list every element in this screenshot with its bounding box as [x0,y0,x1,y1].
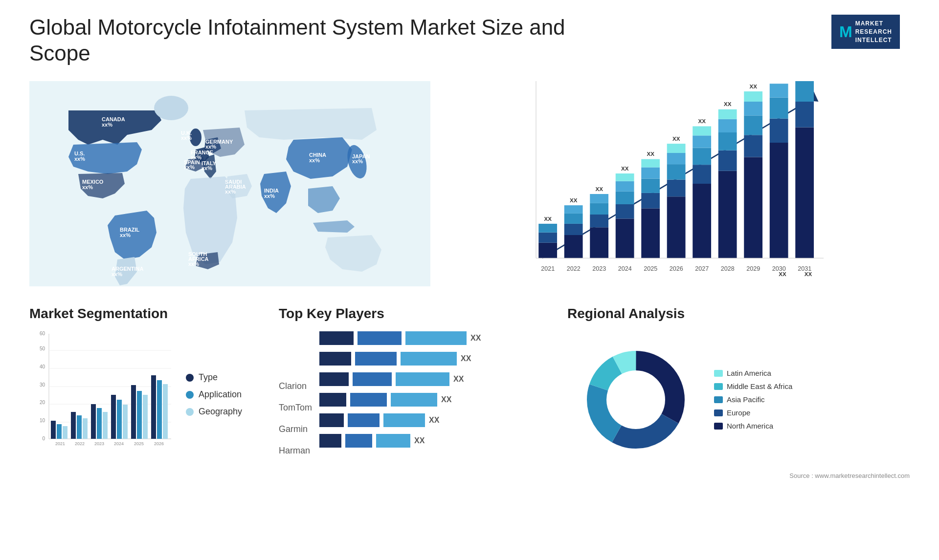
svg-rect-90 [744,157,762,258]
svg-rect-91 [744,135,762,157]
svg-rect-44 [564,223,583,235]
svg-rect-133 [97,408,102,439]
bottom-section: Market Segmentation 0 10 20 30 40 50 60 [29,306,910,479]
svg-text:30: 30 [40,382,45,388]
svg-rect-66 [641,159,660,167]
bar-xx-harman: XX [414,436,425,445]
regional-section: Regional Analysis [567,306,910,479]
type-label: Type [199,372,218,383]
svg-rect-73 [667,144,686,153]
page-container: Global Motorcycle Infotainment System Ma… [0,0,939,560]
application-dot [186,391,194,399]
svg-rect-94 [744,91,762,102]
mea-label: Middle East & Africa [727,382,792,390]
svg-rect-49 [590,227,608,258]
svg-text:xx%: xx% [181,135,192,141]
svg-text:XX: XX [544,215,552,221]
segmentation-title: Market Segmentation [29,306,264,322]
north-america-color [714,423,723,430]
svg-text:XX: XX [621,165,629,171]
svg-text:xx%: xx% [188,261,199,267]
svg-rect-50 [590,215,608,227]
bar-xx-clarion: XX [453,375,464,384]
svg-text:2025: 2025 [134,441,144,446]
svg-rect-45 [564,213,583,223]
donut-container: Latin America Middle East & Africa Asia … [567,331,910,468]
svg-rect-77 [693,165,711,184]
svg-rect-38 [538,242,557,258]
player-garmin: Garmin [279,422,312,437]
svg-text:xx%: xx% [120,232,131,238]
svg-rect-85 [718,132,737,151]
svg-rect-64 [641,178,660,193]
logo-text: MARKET RESEARCH INTELLECT [855,20,892,44]
svg-rect-92 [744,115,762,135]
key-players-section: Top Key Players Clarion TomTom Garmin Ha… [279,306,553,458]
svg-rect-51 [590,203,608,214]
europe-label: Europe [727,409,750,417]
svg-text:40: 40 [40,364,45,369]
svg-text:2021: 2021 [541,265,555,272]
svg-rect-144 [151,375,156,439]
svg-rect-69 [667,196,686,258]
svg-rect-76 [693,184,711,258]
svg-text:2022: 2022 [567,265,581,272]
asia-pacific-color [714,396,723,403]
svg-rect-136 [111,395,116,439]
bar-chart-area: XX 2021 XX 2022 XX 2023 [450,81,910,286]
players-title: Top Key Players [279,306,553,322]
svg-rect-130 [83,418,88,439]
svg-text:10: 10 [40,418,45,423]
svg-rect-65 [641,167,660,178]
top-section: CANADA xx% U.S. xx% MEXICO xx% BRAZIL xx… [29,81,910,286]
svg-text:xx%: xx% [352,158,363,164]
svg-rect-104 [795,102,814,128]
svg-rect-40 [538,223,557,232]
svg-rect-46 [564,205,583,214]
svg-text:2027: 2027 [695,265,709,272]
svg-rect-138 [123,405,128,439]
donut-chart-svg [567,331,704,468]
logo-box: M MARKET RESEARCH INTELLECT [831,15,900,49]
svg-text:xx%: xx% [201,165,212,171]
svg-rect-86 [718,119,737,132]
svg-rect-132 [91,404,96,439]
svg-rect-140 [131,385,136,439]
type-dot [186,374,194,382]
header: Global Motorcycle Infotainment System Ma… [29,15,910,66]
svg-text:2025: 2025 [644,265,657,272]
europe-color [714,409,723,416]
svg-text:xx%: xx% [184,164,195,170]
svg-point-1 [154,96,188,120]
svg-rect-43 [564,235,583,258]
svg-rect-99 [770,97,788,118]
legend-type: Type [186,372,242,383]
world-map: CANADA xx% U.S. xx% MEXICO xx% BRAZIL xx… [29,81,430,286]
svg-text:XX: XX [724,101,732,107]
svg-rect-71 [667,164,686,180]
svg-text:xx%: xx% [309,157,320,163]
svg-text:xx%: xx% [112,271,122,277]
svg-text:XX: XX [805,271,812,277]
svg-rect-134 [103,412,108,439]
svg-text:XX: XX [647,151,654,157]
svg-text:2026: 2026 [670,265,683,272]
svg-rect-98 [770,118,788,142]
svg-rect-52 [590,194,608,203]
svg-rect-93 [744,102,762,115]
svg-text:20: 20 [40,400,45,405]
svg-rect-57 [616,191,634,204]
legend-europe: Europe [714,409,792,417]
segmentation-section: Market Segmentation 0 10 20 30 40 50 60 [29,306,264,458]
svg-rect-100 [770,84,788,97]
geography-label: Geography [199,407,242,417]
svg-text:2024: 2024 [618,265,632,272]
player-harman: Harman [279,444,312,458]
geography-dot [186,408,194,416]
player-clarion: Clarion [279,379,312,394]
segmentation-chart-svg: 0 10 20 30 40 50 60 [29,331,176,458]
svg-text:2022: 2022 [75,441,85,446]
legend-latin-america: Latin America [714,369,792,377]
svg-rect-128 [71,412,76,439]
svg-rect-137 [117,400,122,439]
